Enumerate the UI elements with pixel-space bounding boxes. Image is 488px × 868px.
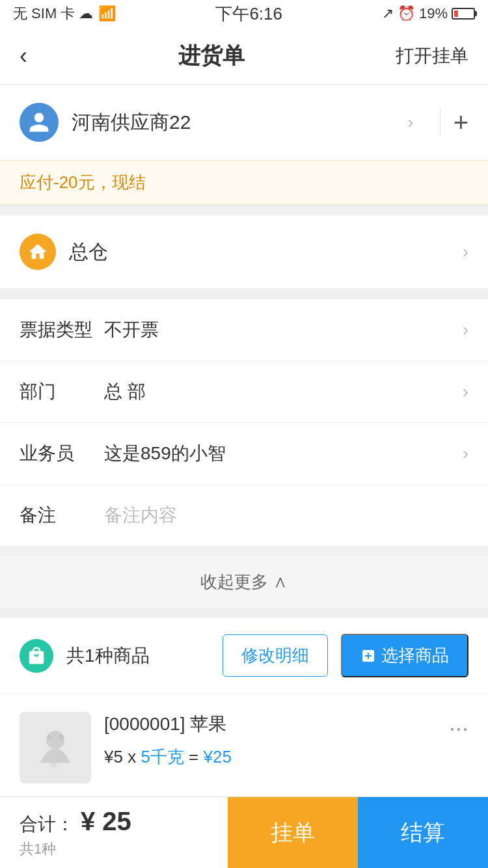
battery-label: 19% (419, 5, 448, 22)
salesperson-row[interactable]: 业务员 这是859的小智 › (0, 422, 488, 484)
department-chevron-icon: › (463, 381, 468, 402)
product-section: 共1种商品 修改明细 选择商品 響+ [0000001] 苹果 (0, 618, 488, 802)
status-bar: 无 SIM 卡 ☁ 📶 下午6:16 ↗ ⏰ 19% (0, 0, 488, 27)
modify-detail-button[interactable]: 修改明细 (223, 634, 328, 677)
sim-label: 无 SIM 卡 ☁ (13, 4, 93, 23)
svg-point-0 (46, 731, 64, 749)
select-product-label: 选择商品 (381, 644, 449, 667)
department-row[interactable]: 部门 总 部 › (0, 360, 488, 422)
salesperson-label: 业务员 (20, 441, 104, 466)
product-total: ¥25 (204, 747, 232, 766)
location-icon: ↗ (382, 5, 394, 22)
product-icon (20, 639, 53, 673)
total-label: 合计： (20, 812, 74, 837)
department-value: 总 部 (104, 379, 463, 404)
footer-total-main: 合计： ¥ 25 (20, 807, 208, 837)
person-icon (27, 111, 51, 134)
battery-icon (452, 8, 475, 20)
product-multiply: x (128, 747, 141, 766)
department-label: 部门 (20, 379, 104, 404)
shopping-bag-icon (27, 646, 46, 666)
footer-total: 合计： ¥ 25 共1种 (0, 807, 228, 859)
product-info: [0000001] 苹果 ¥5 x 5千克 = ¥25 (104, 712, 436, 768)
footer: 合计： ¥ 25 共1种 挂单 结算 (0, 796, 488, 868)
select-product-button[interactable]: 选择商品 (341, 634, 468, 677)
product-price: ¥5 x 5千克 = ¥25 (104, 746, 436, 768)
hang-button[interactable]: 挂单 (228, 797, 358, 869)
select-product-icon (360, 648, 376, 664)
footer-total-sub: 共1种 (20, 839, 208, 859)
svg-point-1 (47, 735, 51, 739)
supplier-chevron-icon: › (407, 112, 413, 133)
divider (440, 108, 441, 137)
product-name: [0000001] 苹果 (104, 712, 436, 737)
open-hang-button[interactable]: 打开挂单 (396, 44, 468, 68)
form-section: 票据类型 不开票 › 部门 总 部 › 业务员 这是859的小智 › 备注 备注… (0, 299, 488, 546)
remarks-row[interactable]: 备注 备注内容 (0, 484, 488, 546)
warehouse-row[interactable]: 总仓 › (0, 215, 488, 288)
svg-text:響+: 響+ (51, 761, 60, 768)
product-equals: = (189, 747, 203, 766)
product-more-button[interactable]: ··· (449, 712, 468, 744)
back-button[interactable]: ‹ (20, 42, 27, 70)
product-thumb-icon: 響+ (33, 725, 78, 770)
ticket-type-value: 不开票 (104, 318, 463, 342)
ticket-type-chevron-icon: › (463, 319, 468, 340)
product-header: 共1种商品 修改明细 选择商品 (0, 618, 488, 693)
salesperson-chevron-icon: › (463, 443, 468, 464)
checkout-button[interactable]: 结算 (358, 797, 488, 869)
home-icon (27, 241, 48, 262)
supplier-section: 河南供应商22 › + 应付-20元，现结 (0, 85, 488, 205)
wifi-icon: 📶 (98, 5, 116, 22)
warehouse-name: 总仓 (69, 239, 463, 265)
status-bar-right: ↗ ⏰ 19% (382, 5, 475, 22)
svg-point-2 (59, 735, 64, 739)
product-quantity: 5千克 (141, 747, 183, 766)
supplier-name: 河南供应商22 (72, 109, 407, 136)
warehouse-chevron-icon: › (463, 241, 468, 262)
status-bar-left: 无 SIM 卡 ☁ 📶 (13, 4, 116, 23)
ticket-type-row[interactable]: 票据类型 不开票 › (0, 299, 488, 360)
page-title: 进货单 (178, 41, 245, 71)
remarks-input[interactable]: 备注内容 (104, 503, 468, 528)
remarks-label: 备注 (20, 503, 104, 528)
supplier-row[interactable]: 河南供应商22 › + (0, 85, 488, 160)
product-item: 響+ [0000001] 苹果 ¥5 x 5千克 = ¥25 ··· (0, 693, 488, 802)
product-apple: 苹果 (190, 714, 226, 734)
collapse-button[interactable]: 收起更多 ∧ (0, 556, 488, 608)
ticket-type-label: 票据类型 (20, 318, 104, 342)
product-thumbnail: 響+ (20, 712, 91, 783)
product-unit-price: ¥5 (104, 747, 123, 766)
product-code: [0000001] (104, 714, 185, 734)
supplier-avatar (20, 103, 59, 142)
add-supplier-button[interactable]: + (454, 109, 468, 135)
warehouse-section: 总仓 › (0, 215, 488, 288)
spacer (0, 608, 488, 618)
nav-bar: ‹ 进货单 打开挂单 (0, 27, 488, 85)
alarm-icon: ⏰ (398, 5, 415, 22)
salesperson-value: 这是859的小智 (104, 441, 463, 466)
warehouse-icon (20, 234, 56, 270)
warning-banner: 应付-20元，现结 (0, 160, 488, 205)
total-amount: ¥ 25 (81, 807, 131, 836)
status-bar-time: 下午6:16 (215, 3, 282, 25)
product-count: 共1种商品 (66, 644, 210, 668)
